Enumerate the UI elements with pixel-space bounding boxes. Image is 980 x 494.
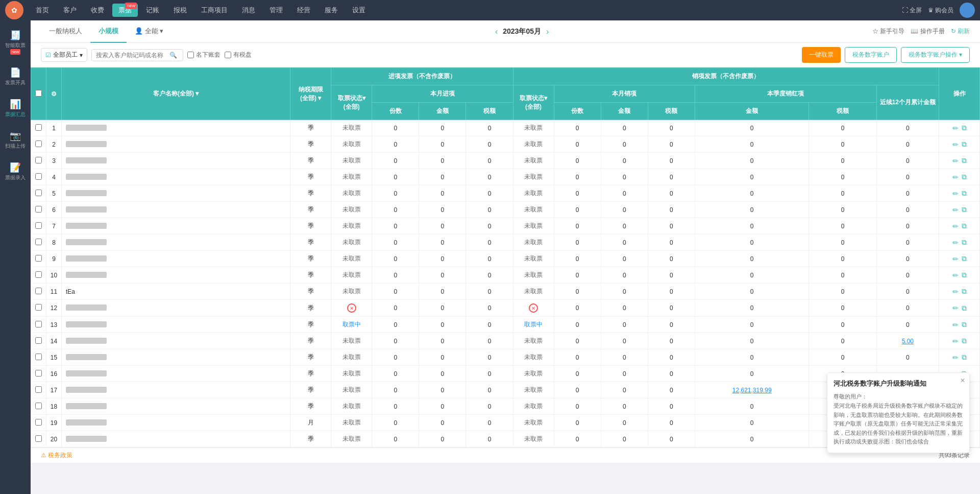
row-checkbox[interactable] (35, 288, 42, 294)
row-checkbox[interactable] (35, 124, 42, 131)
sidebar-item-open-invoice[interactable]: 📄 发票开具 (2, 63, 29, 90)
nav-client[interactable]: 客户 (57, 4, 83, 17)
subledger-checkbox-label[interactable]: 名下账套 (187, 51, 220, 59)
one-click-ticket-button[interactable]: 一键取票 (802, 47, 841, 63)
row-checkbox[interactable] (35, 386, 42, 393)
row-checkbox[interactable] (35, 403, 42, 409)
copy-icon[interactable]: ⧉ (962, 205, 967, 214)
row-checkbox[interactable] (35, 304, 42, 311)
row-checkbox[interactable] (35, 239, 42, 245)
edit-icon[interactable]: ✏ (952, 337, 959, 345)
row-checkbox[interactable] (35, 419, 42, 426)
row-checkbox[interactable] (35, 206, 42, 213)
row-checkbox[interactable] (35, 157, 42, 163)
tab-general-taxpayer[interactable]: 一般纳税人 (41, 20, 90, 43)
rolling-value: 0 (906, 206, 910, 214)
row-checkbox[interactable] (35, 140, 42, 147)
search-client-input[interactable] (96, 52, 167, 59)
copy-icon[interactable]: ⧉ (962, 140, 967, 149)
sidebar-item-invoice-entry[interactable]: 📝 票据录入 (2, 158, 29, 185)
sidebar-item-invoice-summary[interactable]: 📊 票据汇总 (2, 95, 29, 122)
nav-invoice[interactable]: 票据 new (112, 4, 138, 17)
nav-home[interactable]: 首页 (30, 4, 55, 17)
tax-disk-checkbox[interactable] (225, 52, 231, 58)
row-checkbox[interactable] (35, 190, 42, 196)
copy-icon[interactable]: ⧉ (962, 124, 967, 132)
employee-select[interactable]: ☑ 全部员工 ▾ (41, 48, 87, 62)
nav-service[interactable]: 服务 (318, 4, 344, 17)
row-checkbox[interactable] (35, 337, 42, 344)
new-guide-button[interactable]: ☆ 新手引导 (872, 27, 904, 36)
tax-policy-link[interactable]: ⚠ 税务政策 (41, 451, 72, 460)
edit-icon[interactable]: ✏ (952, 190, 959, 198)
edit-icon[interactable]: ✏ (952, 222, 959, 230)
rolling-value[interactable]: 5.00 (902, 338, 914, 345)
copy-icon[interactable]: ⧉ (962, 222, 967, 230)
col-out-status: 取票状态▾(全部) (513, 85, 554, 120)
digital-account-action-button[interactable]: 税务数字账户操作 ▾ (901, 47, 970, 63)
sidebar-item-scan-upload[interactable]: 📷 扫描上传 (2, 126, 29, 154)
row-checkbox[interactable] (35, 255, 42, 262)
edit-icon[interactable]: ✏ (952, 304, 959, 312)
copy-icon[interactable]: ⧉ (962, 287, 967, 296)
copy-icon[interactable]: ⧉ (962, 254, 967, 263)
user-avatar[interactable] (960, 3, 975, 18)
row-checkbox[interactable] (35, 321, 42, 327)
in-status-cell: 未取票 (331, 284, 372, 300)
edit-icon[interactable]: ✏ (952, 255, 959, 263)
edit-icon[interactable]: ✏ (952, 239, 959, 247)
nav-operate[interactable]: 经营 (291, 4, 316, 17)
nav-business[interactable]: 工商项目 (195, 4, 234, 17)
digital-account-button[interactable]: 税务数字账户 (845, 47, 897, 63)
fullscreen-button[interactable]: ⛶ 全屏 (902, 6, 922, 15)
copy-icon[interactable]: ⧉ (962, 156, 967, 165)
nav-tax[interactable]: 报税 (167, 4, 193, 17)
edit-icon[interactable]: ✏ (952, 157, 959, 165)
subledger-checkbox[interactable] (187, 52, 194, 58)
nav-message[interactable]: 消息 (236, 4, 261, 17)
row-checkbox[interactable] (35, 271, 42, 278)
member-button[interactable]: ♛ 购会员 (928, 6, 953, 15)
edit-icon[interactable]: ✏ (952, 124, 959, 132)
manual-button[interactable]: 📖 操作手册 (911, 27, 944, 36)
copy-icon[interactable]: ⧉ (962, 189, 967, 198)
row-checkbox[interactable] (35, 222, 42, 229)
nav-accounting[interactable]: 记账 (140, 4, 165, 17)
row-checkbox[interactable] (35, 435, 42, 442)
edit-icon[interactable]: ✏ (952, 288, 959, 296)
row-checkbox[interactable] (35, 370, 42, 377)
tab-small-scale[interactable]: 小规模 (90, 20, 127, 43)
row-checkbox[interactable] (35, 173, 42, 180)
copy-icon[interactable]: ⧉ (962, 320, 967, 329)
copy-icon[interactable]: ⧉ (962, 173, 967, 181)
row-checkbox[interactable] (35, 354, 42, 360)
no-ticket-status: 未取票 (524, 354, 543, 361)
invoice-summary-icon: 📊 (10, 99, 21, 110)
nav-settings[interactable]: 设置 (346, 4, 372, 17)
in-amount-cell: 0 (419, 300, 466, 317)
tax-disk-checkbox-label[interactable]: 有税盘 (225, 51, 252, 59)
copy-icon[interactable]: ⧉ (962, 304, 967, 313)
tab-all[interactable]: 👤 全能 ▾ (127, 20, 172, 43)
copy-icon[interactable]: ⧉ (962, 271, 967, 279)
nav-manage[interactable]: 管理 (263, 4, 289, 17)
getting-status: 取票中 (524, 321, 543, 328)
notification-close-button[interactable]: ✕ (960, 377, 965, 384)
edit-icon[interactable]: ✏ (952, 206, 959, 214)
search-client-box[interactable]: 🔍 (91, 49, 183, 61)
next-month-button[interactable]: › (546, 27, 549, 36)
sidebar-item-smart-ticket[interactable]: 🧾 智能取票 new (2, 26, 29, 59)
edit-icon[interactable]: ✏ (952, 271, 959, 279)
red-amount-value[interactable]: 12,621,319.99 (732, 387, 772, 394)
edit-icon[interactable]: ✏ (952, 321, 959, 329)
edit-icon[interactable]: ✏ (952, 354, 959, 362)
prev-month-button[interactable]: ‹ (495, 27, 498, 36)
copy-icon[interactable]: ⧉ (962, 238, 967, 247)
nav-billing[interactable]: 收费 (85, 4, 110, 17)
copy-icon[interactable]: ⧉ (962, 337, 967, 345)
edit-icon[interactable]: ✏ (952, 140, 959, 149)
edit-icon[interactable]: ✏ (952, 173, 959, 181)
refresh-button[interactable]: ↻ 刷新 (951, 27, 970, 36)
copy-icon[interactable]: ⧉ (962, 353, 967, 362)
select-all-checkbox[interactable] (35, 90, 42, 97)
